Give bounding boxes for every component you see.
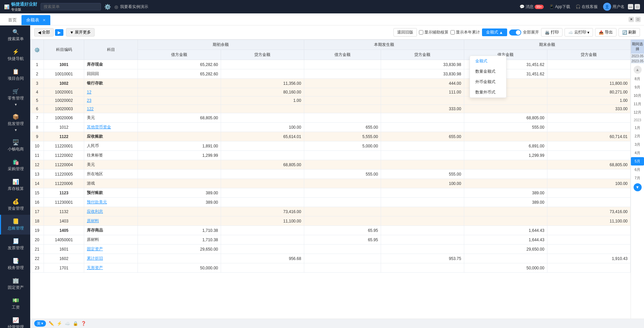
fixed-assets-icon: 🏢 [12, 277, 19, 284]
month-apr[interactable]: 4月 [631, 149, 644, 157]
message-btn[interactable]: 💬 消息 99+ [520, 4, 544, 10]
cell-name[interactable]: 122 [84, 105, 138, 113]
sidebar-item-operations[interactable]: 📈 经营管理 [0, 314, 30, 328]
month-dec[interactable]: 12月 [631, 108, 644, 117]
cell-name[interactable]: 其他货币资金 [84, 123, 138, 132]
sidebar-item-ledger[interactable]: 📒 总账管理 [0, 215, 30, 235]
dropdown-item-amount[interactable]: 金额式 [470, 56, 506, 66]
month-jun[interactable]: 6月 [631, 166, 644, 174]
show-ytd-check[interactable]: 显示本年累计 [450, 29, 480, 35]
dropdown-item-foreign-amount[interactable]: 外币金额式 [470, 77, 506, 87]
cell-code: 11220006 [44, 179, 84, 188]
return-old-version-button[interactable]: 退回旧版 [393, 28, 417, 37]
sidebar-item-project[interactable]: 📋 项目合同 [0, 65, 30, 85]
prev-period-btn[interactable]: ▲ [634, 66, 642, 74]
show-auxiliary-check[interactable]: 显示辅助核算 [419, 29, 448, 35]
cell-debit-close [464, 179, 547, 188]
maximize-button[interactable]: □ [635, 4, 640, 9]
lock-icon[interactable]: 🔒 [73, 321, 78, 326]
cell-credit-open: 73,416.00 [221, 207, 304, 216]
table-row: 1111220002往来标签1,299.991,299.99 [31, 151, 631, 160]
cell-name[interactable]: 累计折旧 [84, 254, 138, 263]
table-row: 1211220004美元68,805.0068,805.00 [31, 160, 631, 170]
month-aug[interactable]: 8月 [631, 75, 644, 83]
cell-name[interactable]: 原材料 [84, 216, 138, 226]
edit-icon[interactable]: ✏️ [49, 321, 54, 326]
cell-credit-cur [381, 151, 464, 160]
settings-icon[interactable]: ⚙️ [104, 4, 111, 10]
amount-style-button[interactable]: 金额式 ▲ [482, 28, 507, 36]
minimize-button[interactable]: — [628, 4, 633, 9]
cell-debit-open: 1,710.38 [138, 235, 221, 245]
dropdown-item-quantity-amount[interactable]: 数量金额式 [470, 66, 506, 77]
restore-button[interactable]: □ [635, 17, 641, 22]
dropdown-item-quantity-foreign[interactable]: 数量外币式 [470, 87, 506, 97]
print-button[interactable]: 🖨️ 打印 [541, 28, 562, 37]
tab-home[interactable]: 首页 [3, 15, 21, 25]
sidebar-item-inventory[interactable]: 📊 库存核算 [0, 175, 30, 195]
tab-balance-sheet[interactable]: 余额表 ✕ [21, 15, 50, 25]
sidebar-item-search[interactable]: 🔍 搜索菜单 [0, 25, 30, 45]
sidebar-item-tax[interactable]: 📑 税务管理 [0, 254, 30, 274]
sidebar-item-funds[interactable]: 💰 资金管理 [0, 195, 30, 215]
sidebar-item-payroll[interactable]: 💵 工资 [0, 294, 30, 314]
cell-name[interactable]: 12 [84, 88, 138, 96]
tab-close-btn[interactable]: ✕ [43, 18, 46, 22]
cell-debit-open [138, 160, 221, 170]
cell-name[interactable]: 23 [84, 96, 138, 105]
cell-code: 1701 [44, 263, 84, 273]
table-wrap[interactable]: ⚙️ 科目编码 科目 期初余额 本期发生额 期末余额 借方金额 贷方金额 借方金… [30, 40, 631, 319]
month-jan[interactable]: 1月 [631, 124, 644, 132]
nav-forward-button[interactable]: ▶ [55, 29, 63, 36]
refresh-button[interactable]: 🔄 刷新 [619, 28, 640, 37]
cell-name[interactable]: 固定资产 [84, 245, 138, 254]
cloud-print-button[interactable]: ☁️ 云打印 ▾ [565, 28, 593, 37]
sidebar-item-quick-nav[interactable]: ⚡ 快捷导航 [0, 45, 30, 65]
auxiliary-checkbox[interactable] [419, 30, 423, 35]
lightning-icon[interactable]: ⚡ [57, 321, 62, 326]
app-download-btn[interactable]: 📱 App下载 [549, 4, 570, 10]
sidebar-item-invoice[interactable]: 🧾 发票管理 [0, 235, 30, 254]
month-oct[interactable]: 10月 [631, 91, 644, 100]
sidebar-item-ecommerce[interactable]: 🖥️ 小畅电商 [0, 136, 30, 155]
sidebar-item-purchase[interactable]: 🛍️ 采购管理 [0, 155, 30, 175]
cloud-icon[interactable]: ☁️ [65, 321, 70, 326]
user-avatar[interactable]: 👤 用户名 [603, 3, 625, 11]
top-right-actions: 💬 消息 99+ 📱 App下载 🎧 在线客服 👤 用户名 [520, 3, 625, 11]
month-jul[interactable]: 7月 [631, 174, 644, 182]
export-button[interactable]: 📤 导出 [595, 28, 616, 37]
cell-no: 19 [31, 226, 44, 235]
cell-debit-close [464, 216, 547, 226]
next-period-btn[interactable]: ▼ [634, 183, 642, 191]
cell-debit-close: 1,644.43 [464, 226, 547, 235]
online-service-btn[interactable]: 🎧 在线客服 [576, 4, 598, 10]
cell-debit-open [138, 132, 221, 141]
help-icon[interactable]: ❓ [81, 321, 86, 326]
cell-credit-close [547, 123, 630, 132]
cell-debit-close [464, 254, 547, 263]
toggle-switch-control[interactable] [509, 29, 521, 36]
cell-name: 往来标签 [84, 151, 138, 160]
cell-name: 库存商品 [84, 226, 138, 235]
sidebar-item-retail[interactable]: 🛒 零售管理 ▾ [0, 85, 30, 110]
cell-name[interactable]: 应收利息 [84, 207, 138, 216]
demo-label[interactable]: 我要看实例演示 [120, 4, 148, 10]
lang-toggle-btn[interactable]: 英 ▾ [34, 320, 46, 327]
cell-debit-open [138, 105, 221, 113]
month-feb[interactable]: 2月 [631, 132, 644, 140]
month-sep[interactable]: 9月 [631, 83, 644, 91]
all-button[interactable]: ◀ 全部 [34, 28, 54, 37]
sidebar-item-wholesale[interactable]: 📦 批发管理 ▾ [0, 110, 30, 136]
col-header-settings[interactable]: ⚙️ [31, 40, 44, 60]
sidebar-item-fixed-assets[interactable]: 🏢 固定资产 [0, 274, 30, 294]
month-nov[interactable]: 11月 [631, 100, 644, 108]
ytd-checkbox[interactable] [450, 30, 455, 35]
search-input[interactable] [41, 3, 101, 10]
cell-name[interactable]: 无形资产 [84, 263, 138, 273]
cell-name[interactable]: 预付款美元 [84, 198, 138, 207]
close-button[interactable]: ✕ [629, 17, 634, 22]
expand-more-button[interactable]: ▼ 展开更多 [66, 28, 95, 37]
month-may[interactable]: 5月 [631, 157, 644, 166]
month-mar[interactable]: 3月 [631, 140, 644, 149]
content-win-buttons: ✕ □ [629, 17, 641, 22]
